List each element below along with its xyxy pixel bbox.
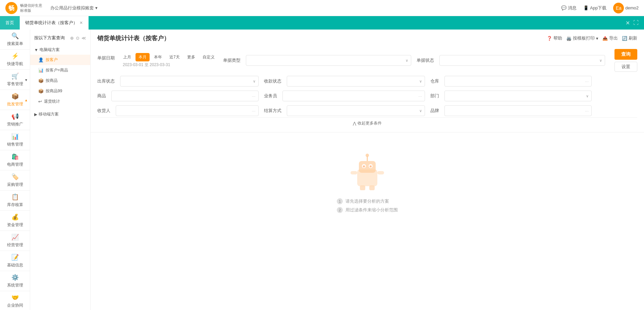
scheme-item-by-customer-product[interactable]: 📊 按客户+商品 (30, 65, 90, 75)
sidebar-item-retail[interactable]: 🛒 零售管理 ▼ (0, 70, 30, 90)
doc-type-label: 单据类型 (223, 57, 240, 63)
warehouse-label: 仓库 (430, 78, 439, 84)
panel-title: 按以下方案查询 (34, 35, 65, 41)
collapse-label: 收起更多条件 (358, 120, 382, 126)
date-tab-this-month[interactable]: 本月 (136, 53, 150, 61)
date-tab-last-month[interactable]: 上月 (120, 53, 134, 61)
department-control[interactable]: ∨ (444, 91, 592, 101)
department-label: 部门 (430, 93, 439, 99)
date-tab-more[interactable]: 更多 (184, 53, 198, 61)
brand-label: 品牌 (430, 108, 439, 114)
sidebar-item-system[interactable]: ⚙️ 系统管理 (0, 271, 30, 291)
add-scheme-icon[interactable]: ⊕ (70, 36, 74, 41)
collapse-panel-icon[interactable]: ≪ (82, 36, 86, 41)
sidebar-item-sales[interactable]: 📊 销售管理 (0, 130, 30, 150)
sidebar: 🔍 搜索菜单 ⚡ 快捷导航 🛒 零售管理 ▼ 📦 批发管理 ▲ 📢 营销推广 📊… (0, 30, 30, 310)
date-tab-custom[interactable]: 自定义 (200, 53, 218, 61)
scheme-group-mobile-title[interactable]: ▶ 移动端方案 (30, 109, 90, 119)
scheme-group-desktop: ▼ 电脑端方案 👤 按客户 📊 按客户+商品 📦 按商品 📦 按商品99 ↩ (30, 44, 90, 108)
sidebar-label-marketing: 营销推广 (7, 121, 23, 127)
sidebar-item-basic[interactable]: 📝 基础信息 (0, 251, 30, 271)
print-button[interactable]: 🖨️ 按模板打印 ▾ (566, 35, 598, 41)
help-button[interactable]: ❓ 帮助 (547, 35, 562, 41)
export-button[interactable]: 📤 导出 (602, 35, 618, 41)
doc-status-control[interactable]: ∨ (439, 55, 605, 66)
collapse-bar[interactable]: ⋀ 收起更多条件 (97, 117, 637, 129)
empty-tips: 1 请先选择要分析的方案 2 用过滤条件来缩小分析范围 (337, 198, 398, 213)
sidebar-item-ecommerce[interactable]: 🛍️ 电商管理 (0, 150, 30, 170)
svg-point-7 (366, 154, 369, 157)
company-selector[interactable]: 办公用品行业模拟账套 ▾ (50, 5, 98, 11)
tab-close-icon[interactable]: ✕ (79, 20, 83, 25)
sidebar-item-finance[interactable]: 💰 资金管理 (0, 211, 30, 231)
product-control[interactable]: ··· (111, 91, 259, 101)
receipt-status-control[interactable]: ∨ (287, 76, 425, 87)
scheme-item-by-product[interactable]: 📦 按商品 (30, 75, 90, 86)
logo-icon: 畅 (5, 2, 17, 14)
date-tab-this-year[interactable]: 本年 (151, 53, 165, 61)
app-download-button[interactable]: 📱 App下载 (583, 5, 606, 11)
content-inner: 销货单统计计表（按客户） ❓ 帮助 🖨️ 按模板打印 ▾ 📤 导出 (91, 30, 644, 310)
message-button[interactable]: 💬 消息 (561, 5, 577, 11)
doc-status-arrow-icon: ∨ (599, 58, 602, 63)
receipt-status-label: 收款状态 (264, 78, 281, 84)
sidebar-item-wholesale[interactable]: 📦 批发管理 ▲ (0, 90, 30, 110)
svg-rect-8 (351, 171, 357, 174)
out-status-control[interactable]: ∨ (120, 76, 259, 87)
company-arrow-icon: ▾ (95, 5, 98, 10)
sidebar-label-wholesale: 批发管理 (7, 101, 23, 107)
svg-rect-10 (360, 186, 365, 190)
ecommerce-icon: 🛍️ (11, 153, 19, 160)
doc-type-control[interactable]: ∨ (246, 55, 412, 66)
sidebar-label-purchase: 采购管理 (7, 182, 23, 188)
system-icon: ⚙️ (11, 274, 19, 281)
scheme-group-mobile: ▶ 移动端方案 (30, 108, 90, 120)
sidebar-item-marketing[interactable]: 📢 营销推广 (0, 110, 30, 130)
receiver-dots: ··· (252, 108, 256, 113)
empty-tip-1: 1 请先选择要分析的方案 (337, 198, 398, 204)
sidebar-label-shortcut: 快捷导航 (7, 61, 23, 67)
sidebar-label-ecommerce: 电商管理 (7, 162, 23, 167)
warehouse-control[interactable]: ··· (444, 76, 592, 87)
query-button[interactable]: 查询 (614, 49, 637, 60)
salesperson-control[interactable]: ··· (282, 91, 425, 101)
export-icon: 📤 (602, 36, 608, 41)
refresh-button[interactable]: 🔄 刷新 (622, 35, 637, 41)
out-status-arrow-icon: ∨ (253, 79, 256, 84)
main-layout: 🔍 搜索菜单 ⚡ 快捷导航 🛒 零售管理 ▼ 📦 批发管理 ▲ 📢 营销推广 📊… (0, 30, 644, 310)
sidebar-item-inventory[interactable]: 📋 库存核算 (0, 191, 30, 211)
tabbar: 首页 销货单统计计表（按客户） ✕ ✕ ⛶ (0, 16, 644, 30)
scheme-item-by-customer[interactable]: 👤 按客户 (30, 55, 90, 65)
mobile-group-arrow-icon: ▶ (34, 112, 37, 117)
sidebar-item-search[interactable]: 🔍 搜索菜单 (0, 30, 30, 50)
sidebar-item-shortcut[interactable]: ⚡ 快捷导航 (0, 50, 30, 70)
settings-scheme-icon[interactable]: ⊙ (76, 36, 79, 41)
settings-button[interactable]: 设置 (614, 62, 637, 72)
tip-num-1: 1 (337, 198, 343, 204)
logo-text: 畅捷信好生意 标准版 (20, 3, 42, 13)
doc-status-label: 单据状态 (417, 57, 434, 63)
tab-report[interactable]: 销货单统计计表（按客户） ✕ (20, 16, 89, 30)
sidebar-item-purchase[interactable]: 🏷️ 采购管理 (0, 170, 30, 191)
purchase-icon: 🏷️ (11, 173, 19, 180)
user-menu[interactable]: Ea demo2 (613, 3, 639, 13)
date-tab-7days[interactable]: 近7天 (166, 53, 183, 61)
sidebar-item-enterprise[interactable]: 🤝 企业协同 (0, 291, 30, 310)
operation-icon: 📈 (11, 234, 19, 241)
close-window-icon[interactable]: ✕ (626, 20, 630, 26)
receipt-status-arrow-icon: ∨ (419, 79, 422, 84)
product-dots: ··· (252, 94, 256, 99)
receiver-control[interactable]: ··· (116, 105, 259, 116)
by-product-99-icon: 📦 (38, 89, 44, 94)
scheme-group-desktop-title[interactable]: ▼ 电脑端方案 (30, 45, 90, 55)
out-status-label: 出库状态 (97, 78, 115, 84)
sidebar-item-operation[interactable]: 📈 经营管理 (0, 231, 30, 251)
svg-rect-1 (359, 161, 376, 173)
maximize-icon[interactable]: ⛶ (633, 20, 639, 26)
tab-home[interactable]: 首页 (0, 16, 20, 30)
scheme-item-return-stats[interactable]: ↩ 退货统计 (30, 96, 90, 107)
scheme-item-by-product-99[interactable]: 📦 按商品99 (30, 86, 90, 96)
payment-control[interactable]: ∨ (287, 105, 425, 116)
brand-control[interactable]: ··· (444, 105, 592, 116)
topbar: 畅 畅捷信好生意 标准版 办公用品行业模拟账套 ▾ 💬 消息 📱 App下载 E… (0, 0, 644, 16)
